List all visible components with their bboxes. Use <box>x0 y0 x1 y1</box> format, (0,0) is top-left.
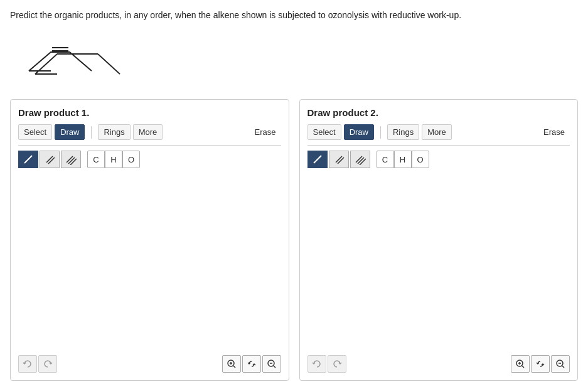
panel1-draw-button[interactable]: Draw <box>55 124 85 140</box>
panel2-toolbar: Select Draw Rings More Erase <box>307 124 570 146</box>
panel1-select-button[interactable]: Select <box>18 124 52 140</box>
svg-line-5 <box>98 54 120 74</box>
panel1-bond-tools: C H O <box>18 151 281 168</box>
panel1-bottom-toolbar <box>18 355 281 373</box>
svg-line-10 <box>67 156 73 163</box>
svg-line-9 <box>48 157 55 164</box>
panel1-hydrogen-button[interactable]: H <box>105 151 122 168</box>
svg-line-20 <box>314 156 321 163</box>
question-text: Predict the organic products, in any ord… <box>10 10 578 20</box>
panel1-redo-button[interactable] <box>38 355 57 373</box>
molecule-diagram <box>10 30 578 87</box>
svg-line-24 <box>358 157 364 164</box>
svg-line-11 <box>68 157 75 164</box>
panel1-toolbar-separator <box>91 126 92 139</box>
panel1-atom-group: C H O <box>87 151 140 168</box>
panel1-triple-bond-button[interactable] <box>61 151 81 168</box>
panel2-atom-group: C H O <box>377 151 429 168</box>
panel2-undo-button[interactable] <box>307 355 326 373</box>
panel2-title: Draw product 2. <box>307 107 570 118</box>
svg-line-23 <box>356 156 362 163</box>
svg-line-8 <box>46 156 53 163</box>
panel2-zoom-controls <box>511 355 570 373</box>
panel2-drawing-area[interactable] <box>307 173 570 349</box>
panel2-redo-button[interactable] <box>328 355 346 373</box>
panel1-zoom-in-button[interactable] <box>222 355 241 373</box>
svg-line-21 <box>336 156 342 163</box>
panel1-single-bond-button[interactable] <box>18 151 38 168</box>
panel2-draw-button[interactable]: Draw <box>344 124 374 140</box>
panel1-carbon-button[interactable]: C <box>87 151 105 168</box>
panel1-undo-redo <box>18 355 57 373</box>
panel1-erase-button[interactable]: Erase <box>250 125 281 139</box>
panel1-undo-button[interactable] <box>18 355 37 373</box>
svg-line-19 <box>274 366 275 368</box>
panel2-undo-redo <box>307 355 346 373</box>
panel1-toolbar: Select Draw Rings More Erase <box>18 124 281 146</box>
svg-line-29 <box>522 366 524 368</box>
panel2-hydrogen-button[interactable]: H <box>394 151 412 168</box>
panel2-bottom-toolbar <box>307 355 570 373</box>
panel2-bond-tools: C H O <box>307 151 570 168</box>
panel1-drawing-area[interactable] <box>18 173 281 349</box>
panel1-zoom-out-button[interactable] <box>262 355 281 373</box>
draw-panel-1: Draw product 1. Select Draw Rings More E… <box>10 99 289 381</box>
svg-line-7 <box>24 156 32 163</box>
panel2-single-bond-button[interactable] <box>307 151 328 168</box>
panel2-carbon-button[interactable]: C <box>377 151 394 168</box>
panel2-rings-button[interactable]: Rings <box>387 124 419 140</box>
svg-line-25 <box>360 159 366 165</box>
panel2-erase-button[interactable]: Erase <box>538 125 570 139</box>
panel2-triple-bond-button[interactable] <box>350 151 370 168</box>
panel2-oxygen-button[interactable]: O <box>412 151 429 168</box>
svg-line-16 <box>233 366 235 368</box>
panel2-more-button[interactable]: More <box>422 124 452 140</box>
panel1-more-button[interactable]: More <box>133 124 163 140</box>
panels-container: Draw product 1. Select Draw Rings More E… <box>10 99 578 381</box>
panel2-zoom-out-button[interactable] <box>551 355 570 373</box>
panel2-zoom-in-button[interactable] <box>511 355 530 373</box>
panel2-select-button[interactable]: Select <box>307 124 341 140</box>
svg-line-12 <box>70 159 77 165</box>
panel1-title: Draw product 1. <box>18 107 281 118</box>
panel2-toolbar-separator <box>380 126 381 139</box>
svg-line-32 <box>562 366 564 368</box>
svg-line-22 <box>338 157 344 164</box>
draw-panel-2: Draw product 2. Select Draw Rings More E… <box>299 99 579 381</box>
panel1-zoom-reset-button[interactable] <box>242 355 261 373</box>
panel1-zoom-controls <box>222 355 281 373</box>
panel1-rings-button[interactable]: Rings <box>98 124 130 140</box>
panel2-zoom-reset-button[interactable] <box>531 355 550 373</box>
panel1-oxygen-button[interactable]: O <box>122 151 140 168</box>
panel1-double-bond-button[interactable] <box>40 151 60 168</box>
panel2-double-bond-button[interactable] <box>329 151 349 168</box>
